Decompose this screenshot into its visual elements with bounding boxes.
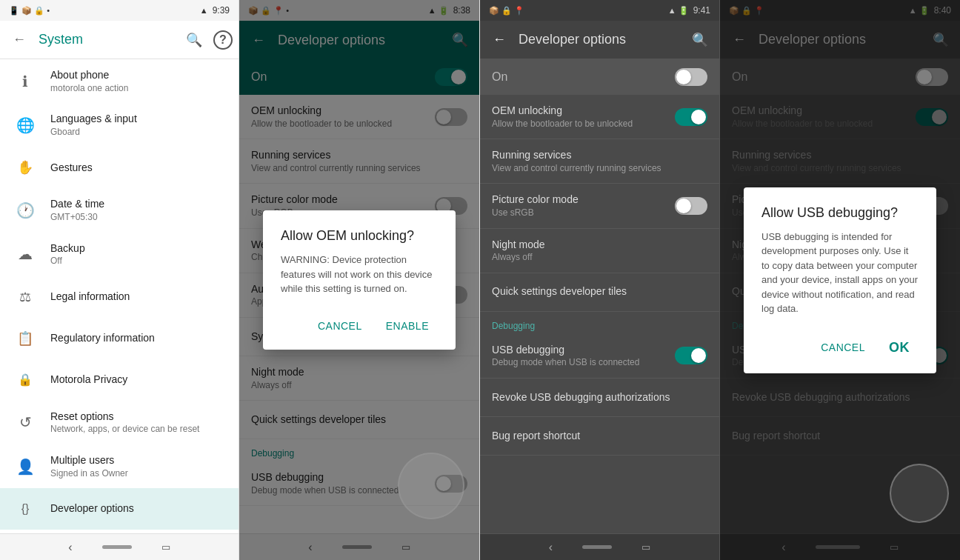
oem-title-rm: OEM unlocking: [492, 104, 675, 119]
backup-subtitle: Off: [50, 256, 227, 267]
bugreport-text-rm: Bug report shortcut: [492, 429, 707, 444]
usb-knob-rm: [691, 348, 706, 363]
back-button-right-mid[interactable]: ←: [486, 27, 513, 53]
status-right-right-mid: ▲ 🔋 9:41: [668, 5, 710, 16]
dev-item-quicktiles-rm[interactable]: Quick settings developer tiles: [480, 273, 719, 312]
privacy-title: Motorola Privacy: [50, 373, 227, 387]
reset-subtitle: Network, apps, or device can be reset: [50, 424, 227, 436]
dev-item-oem-rm[interactable]: OEM unlocking Allow the bootloader to be…: [480, 95, 719, 139]
usb-dialog: Allow USB debugging? USB debugging is in…: [744, 187, 936, 373]
nightmode-title-rm: Night mode: [492, 238, 707, 253]
languages-icon: 🌐: [12, 116, 39, 134]
usb-title-rm: USB debugging: [492, 343, 675, 358]
enable-circle: [398, 453, 464, 519]
usb-ok-button[interactable]: OK: [880, 334, 919, 361]
nav-back-rm[interactable]: ‹: [549, 541, 553, 554]
usb-toggle-rm[interactable]: [675, 347, 707, 364]
datetime-icon: 🕐: [12, 201, 39, 219]
oem-text-rm: OEM unlocking Allow the bootloader to be…: [492, 104, 675, 130]
settings-item-developer[interactable]: {} Developer options: [0, 488, 239, 530]
settings-item-backup[interactable]: ☁ Backup Off: [0, 233, 239, 276]
about-icon: ℹ: [12, 73, 39, 90]
regulatory-title: Regulatory information: [50, 331, 227, 346]
oem-cancel-button[interactable]: Cancel: [309, 314, 371, 338]
users-text: Multiple users Signed in as Owner: [50, 453, 227, 479]
settings-item-legal[interactable]: ⚖ Legal information: [0, 276, 239, 318]
nav-recents-left[interactable]: ▭: [161, 541, 170, 553]
nav-home-left[interactable]: [102, 545, 132, 549]
gestures-icon: ✋: [12, 159, 39, 176]
developer-panel-middle: 📦 🔒 📍 • ▲ 🔋 8:38 ← Developer options 🔍 O…: [239, 0, 480, 560]
settings-item-privacy[interactable]: 🔒 Motorola Privacy: [0, 359, 239, 401]
settings-item-updates[interactable]: 📱 System updates Updated to Android 9: [0, 530, 239, 533]
dev-item-color-rm[interactable]: Picture color mode Use sRGB: [480, 184, 719, 228]
oem-dialog-body: WARNING: Device protection features will…: [281, 253, 438, 296]
languages-text: Languages & input Gboard: [50, 112, 227, 138]
dev-item-bugreport-rm[interactable]: Bug report shortcut: [480, 417, 719, 456]
backup-title: Backup: [50, 241, 227, 256]
developer-toggle-right-mid[interactable]: [675, 68, 707, 86]
running-text-rm: Running services View and control curren…: [492, 148, 707, 174]
status-icons-right-mid: 📦 🔒 📍: [489, 6, 524, 16]
regulatory-icon: 📋: [12, 330, 39, 347]
oem-dialog-overlay: Allow OEM unlocking? WARNING: Device pro…: [239, 0, 479, 560]
notification-icon: 📱 📦 🔒 •: [9, 6, 50, 16]
color-subtitle-rm: Use sRGB: [492, 207, 675, 219]
developer-panel-right-mid: 📦 🔒 📍 ▲ 🔋 9:41 ← Developer options 🔍 On …: [480, 0, 720, 560]
nav-home-rm[interactable]: [582, 545, 612, 549]
dev-item-running-rm[interactable]: Running services View and control curren…: [480, 139, 719, 184]
time-right-mid: 9:41: [693, 5, 710, 16]
ok-circle: [890, 464, 949, 523]
nav-bar-right-mid: ‹ ▭: [480, 533, 719, 560]
settings-item-regulatory[interactable]: 📋 Regulatory information: [0, 318, 239, 359]
search-button-left[interactable]: 🔍: [181, 27, 207, 53]
nav-recents-rm[interactable]: ▭: [641, 541, 650, 553]
developer-title: Developer options: [50, 501, 227, 516]
debugging-label-rm: Debugging: [480, 312, 719, 334]
on-label-right-mid: On: [492, 70, 507, 84]
nightmode-subtitle-rm: Always off: [492, 252, 707, 264]
status-bar-left: 📱 📦 🔒 • ▲ 9:39: [0, 0, 239, 21]
nav-bar-left: ‹ ▭: [0, 533, 239, 560]
revoke-text-rm: Revoke USB debugging authorizations: [492, 390, 707, 405]
oem-toggle-rm[interactable]: [675, 108, 707, 126]
settings-item-datetime[interactable]: 🕐 Date & time GMT+05:30: [0, 188, 239, 232]
backup-icon: ☁: [12, 245, 39, 263]
usb-subtitle-rm: Debug mode when USB is connected: [492, 357, 675, 369]
oem-dialog-actions: Cancel Enable: [281, 308, 438, 344]
settings-item-about[interactable]: ℹ About phone motorola one action: [0, 59, 239, 103]
color-text-rm: Picture color mode Use sRGB: [492, 193, 675, 219]
wifi-icon-right-mid: ▲ 🔋: [668, 6, 689, 16]
nav-back-left[interactable]: ‹: [68, 541, 72, 554]
notif-icons-right-mid: 📦 🔒 📍: [489, 6, 524, 16]
back-button-left[interactable]: ←: [6, 27, 33, 53]
dev-item-usb-rm[interactable]: USB debugging Debug mode when USB is con…: [480, 334, 719, 379]
settings-item-reset[interactable]: ↺ Reset options Network, apps, or device…: [0, 401, 239, 444]
datetime-title: Date & time: [50, 197, 227, 212]
datetime-text: Date & time GMT+05:30: [50, 197, 227, 223]
dev-item-nightmode-rm[interactable]: Night mode Always off: [480, 229, 719, 273]
toggle-knob-right-mid: [676, 70, 691, 84]
usb-text-rm: USB debugging Debug mode when USB is con…: [492, 343, 675, 369]
privacy-text: Motorola Privacy: [50, 373, 227, 387]
settings-item-gestures[interactable]: ✋ Gestures: [0, 147, 239, 188]
oem-dialog-title: Allow OEM unlocking?: [281, 228, 438, 244]
settings-item-languages[interactable]: 🌐 Languages & input Gboard: [0, 103, 239, 147]
about-title: About phone: [50, 68, 227, 83]
oem-enable-button[interactable]: Enable: [377, 314, 438, 338]
system-panel: 📱 📦 🔒 • ▲ 9:39 ← System 🔍 ? ℹ About phon…: [0, 0, 239, 560]
color-toggle-rm[interactable]: [675, 197, 707, 215]
developer-icon: {}: [12, 502, 39, 516]
reset-title: Reset options: [50, 410, 227, 424]
wifi-icon: ▲: [200, 6, 208, 15]
status-right-left: ▲ 9:39: [200, 5, 230, 16]
revoke-title-rm: Revoke USB debugging authorizations: [492, 390, 707, 405]
help-button-left[interactable]: ?: [213, 30, 233, 50]
dev-item-revoke-rm[interactable]: Revoke USB debugging authorizations: [480, 379, 719, 417]
reset-icon: ↺: [12, 413, 39, 431]
gestures-title: Gestures: [50, 161, 227, 176]
settings-item-users[interactable]: 👤 Multiple users Signed in as Owner: [0, 444, 239, 488]
usb-cancel-button[interactable]: Cancel: [812, 334, 874, 361]
settings-list: ℹ About phone motorola one action 🌐 Lang…: [0, 59, 239, 533]
search-button-right-mid[interactable]: 🔍: [687, 27, 713, 53]
